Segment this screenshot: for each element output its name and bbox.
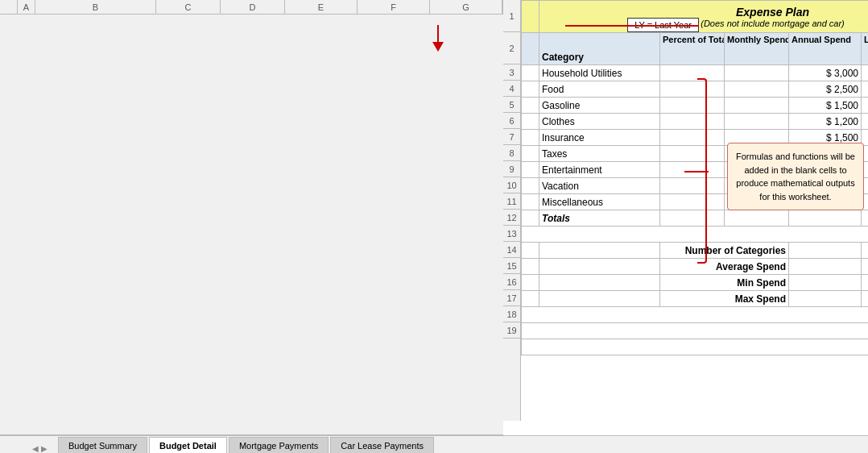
tabs-bar: ◀ ▶ Budget Summary Budget Detail Mortgag… — [0, 435, 868, 453]
summary-row-categories: Number of Categories — [522, 243, 869, 259]
category-header: Category — [539, 33, 660, 65]
category-household: Household Utilities — [539, 65, 660, 81]
row-num-5: 5 — [503, 97, 520, 113]
annual-gasoline: $ 1,500 — [789, 98, 862, 114]
ly-food: $ 2,250 — [862, 81, 869, 98]
ly-arrow — [432, 42, 444, 52]
col-header-F: F — [358, 0, 430, 15]
column-headers-row: Category Percent of Total Monthly Spend … — [522, 33, 869, 65]
totals-row: Totals — [522, 210, 869, 226]
col-header-D: D — [221, 0, 285, 15]
row-num-17: 17 — [503, 290, 520, 306]
annual-food: $ 2,500 — [789, 81, 862, 98]
max-spend-label: Max Spend — [660, 291, 789, 307]
annotation-text: Formulas and functions will be added in … — [727, 143, 864, 210]
col-header-G: G — [430, 0, 502, 15]
table-row: Gasoline $ 1,500 $ 1,200 — [522, 98, 869, 114]
blank-row-18 — [522, 323, 869, 339]
row-num-2: 2 — [503, 32, 520, 64]
connector-line-h — [565, 25, 699, 27]
table-row: Household Utilities $ 3,000 $ 3,000 — [522, 65, 869, 81]
category-clothes: Clothes — [539, 114, 660, 130]
row-num-18: 18 — [503, 306, 520, 322]
blank-row-19 — [522, 339, 869, 355]
ly-household: $ 3,000 — [862, 65, 869, 81]
row-num-9: 9 — [503, 161, 520, 177]
col-header-B: B — [35, 0, 156, 15]
summary-row-average: Average Spend — [522, 259, 869, 275]
row-num-8: 8 — [503, 145, 520, 161]
avg-spend-label: Average Spend — [660, 259, 789, 275]
annual-spend-header: Annual Spend — [789, 33, 862, 65]
col-header-E: E — [285, 0, 358, 15]
table-row: Food $ 2,500 $ 2,250 — [522, 81, 869, 98]
connector-line-v — [437, 25, 439, 43]
summary-row-min: Min Spend — [522, 275, 869, 291]
category-gasoline: Gasoline — [539, 98, 660, 114]
row-num-19: 19 — [503, 322, 520, 339]
ly-spend-header: LY Spend — [862, 33, 869, 65]
row-num-15: 15 — [503, 258, 520, 274]
percent-total-header: Percent of Total — [660, 33, 725, 65]
row-num-16: 16 — [503, 274, 520, 290]
tab-car-lease[interactable]: Car Lease Payments — [330, 437, 434, 453]
tab-budget-detail[interactable]: Budget Detail — [149, 437, 227, 453]
blank-row-17 — [522, 307, 869, 323]
tab-nav-right[interactable]: ▶ — [41, 444, 48, 453]
ly-clothes: $ 1,000 — [862, 114, 869, 130]
row-num-6: 6 — [503, 113, 520, 129]
col-header-C: C — [156, 0, 221, 15]
row-num-3: 3 — [503, 64, 520, 81]
spreadsheet-title-main: Expense Plan — [542, 6, 868, 19]
row-headers: 1 2 3 4 5 6 7 8 9 10 11 12 13 14 15 16 1… — [503, 0, 521, 421]
category-insurance: Insurance — [539, 130, 660, 146]
ly-gasoline: $ 1,200 — [862, 98, 869, 114]
table-row: Clothes $ 1,200 $ 1,000 — [522, 114, 869, 130]
num-categories-label: Number of Categories — [660, 243, 789, 259]
category-taxes: Taxes — [539, 146, 660, 162]
row-num-13: 13 — [503, 226, 520, 242]
category-vacation: Vacation — [539, 178, 660, 194]
row-num-4: 4 — [503, 81, 520, 97]
row-num-1: 1 — [503, 0, 520, 32]
category-misc: Miscellaneous — [539, 194, 660, 210]
row-num-10: 10 — [503, 177, 520, 193]
tab-mortgage-payments[interactable]: Mortgage Payments — [229, 437, 329, 453]
annual-household: $ 3,000 — [789, 65, 862, 81]
tab-budget-summary[interactable]: Budget Summary — [58, 437, 147, 453]
blank-row-13 — [522, 226, 869, 243]
row-num-7: 7 — [503, 129, 520, 145]
row-num-11: 11 — [503, 193, 520, 210]
row-num-12: 12 — [503, 210, 520, 226]
annual-clothes: $ 1,200 — [789, 114, 862, 130]
summary-row-max: Max Spend — [522, 291, 869, 307]
tab-nav-left[interactable]: ◀ — [32, 444, 39, 453]
monthly-spend-header: Monthly Spend — [725, 33, 789, 65]
totals-label: Totals — [539, 210, 660, 226]
row-num-14: 14 — [503, 242, 520, 258]
category-entertainment: Entertainment — [539, 162, 660, 178]
min-spend-label: Min Spend — [660, 275, 789, 291]
category-food: Food — [539, 81, 660, 98]
col-header-A: A — [18, 0, 35, 15]
